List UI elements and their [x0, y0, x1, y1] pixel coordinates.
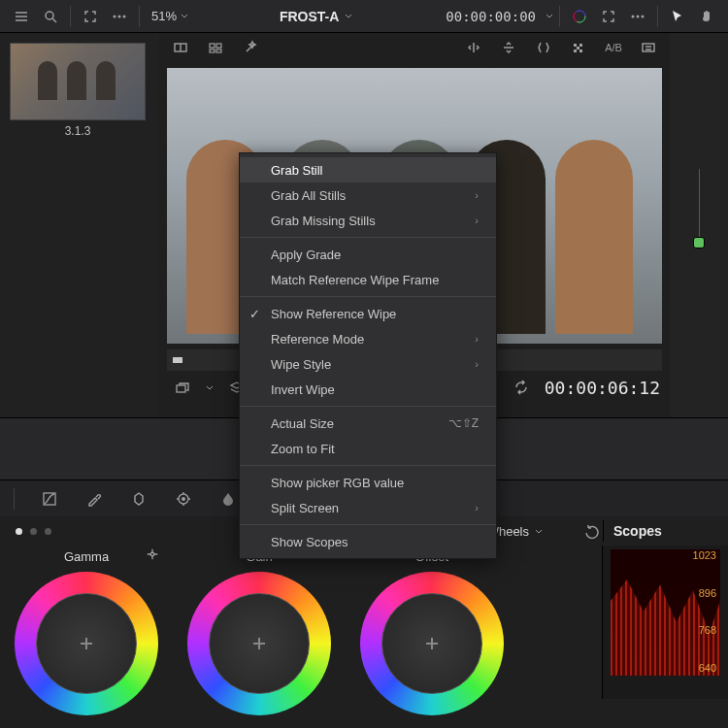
menu-item[interactable]: Wipe Style›	[240, 351, 496, 377]
thumb-label: 3.1.3	[10, 124, 146, 138]
scope-scale: 1023 896 768 640	[693, 549, 716, 674]
top-toolbar: 51% FROST-A 00:00:00:00	[0, 0, 728, 33]
wipe-diagonal-icon[interactable]	[530, 34, 557, 61]
svg-rect-17	[577, 47, 579, 50]
tracker-icon[interactable]	[170, 485, 197, 513]
scopes-title: Scopes	[604, 523, 728, 539]
color-wheel-offset[interactable]	[360, 572, 504, 715]
svg-rect-19	[579, 50, 582, 52]
wipe-horizontal-icon[interactable]	[460, 34, 487, 61]
node-graph-strip[interactable]	[670, 33, 728, 417]
timecode-display[interactable]: 00:00:00:00	[438, 9, 544, 24]
menu-item[interactable]: Grab All Stills›	[240, 182, 496, 208]
svg-point-24	[182, 497, 185, 500]
node-indicator[interactable]	[693, 237, 705, 248]
menu-item[interactable]: Invert Wipe	[240, 377, 496, 402]
wheel-offset: Offset	[346, 546, 518, 699]
menu-item[interactable]: Zoom to Fit	[240, 436, 496, 461]
palette-page-dots[interactable]	[0, 528, 67, 535]
menu-item[interactable]: Reference Mode›	[240, 326, 496, 351]
chevron-down-icon[interactable]	[546, 14, 553, 18]
menu-item[interactable]: Match Reference Wipe Frame	[240, 267, 496, 292]
zoom-dropdown[interactable]: 51%	[146, 9, 194, 23]
svg-rect-12	[216, 44, 221, 48]
color-wheel-gamma[interactable]	[15, 572, 158, 715]
color-wheel-icon[interactable]	[566, 3, 593, 30]
wipe-vertical-icon[interactable]	[495, 34, 522, 61]
scopes-panel: 1023 896 768 640	[602, 546, 728, 699]
shape-icon[interactable]	[125, 485, 152, 513]
color-wheel-gain[interactable]	[187, 572, 331, 715]
image-wipe-icon[interactable]	[167, 34, 194, 61]
transport-timecode[interactable]: 00:00:06:12	[545, 378, 660, 398]
svg-rect-21	[177, 385, 185, 392]
menu-item[interactable]: Show picker RGB value	[240, 470, 496, 495]
reset-icon[interactable]	[581, 517, 603, 545]
menu-item[interactable]: Grab Still	[240, 157, 496, 182]
wheel-gamma: Gamma	[0, 546, 173, 699]
svg-point-30	[150, 552, 154, 556]
scope-waveform[interactable]: 1023 896 768 640	[611, 549, 720, 676]
svg-rect-18	[574, 50, 577, 52]
thumb-image[interactable]	[10, 43, 146, 120]
expand2-icon[interactable]	[595, 3, 622, 30]
checker-icon[interactable]	[565, 34, 592, 61]
svg-rect-20	[643, 44, 654, 51]
menu-item[interactable]: Show Scopes	[240, 529, 496, 554]
split-view-icon[interactable]	[202, 34, 229, 61]
svg-point-3	[123, 15, 126, 17]
svg-point-0	[46, 12, 53, 19]
list-icon[interactable]	[635, 34, 662, 61]
chevron-down-icon[interactable]	[206, 385, 214, 390]
more-dots-2-icon[interactable]	[624, 3, 651, 30]
more-dots-icon[interactable]	[106, 3, 133, 30]
menu-item[interactable]: ✓Show Reference Wipe	[240, 301, 496, 326]
ab-compare-button[interactable]: A/B	[600, 34, 627, 61]
viewer-context-menu: Grab StillGrab All Stills›Grab Missing S…	[239, 152, 497, 559]
menu-item[interactable]: Split Screen›	[240, 495, 496, 520]
svg-rect-15	[574, 44, 577, 47]
expand-icon[interactable]	[77, 3, 104, 30]
menu-item[interactable]: Actual Size⌥⇧Z	[240, 411, 496, 436]
gallery-panel: 3.1.3	[0, 33, 159, 417]
picker-icon[interactable]	[146, 547, 159, 564]
wheels-row: Gamma Gain Offset 1023 896 768 640	[0, 546, 728, 699]
clip-name-dropdown[interactable]: FROST-A	[196, 9, 436, 24]
magic-icon[interactable]	[237, 34, 264, 61]
svg-point-9	[642, 15, 645, 17]
curves-icon[interactable]	[36, 485, 63, 513]
menu-item[interactable]: Grab Missing Stills›	[240, 208, 496, 233]
svg-rect-14	[216, 50, 221, 52]
svg-point-8	[637, 15, 640, 17]
stills-tray-icon[interactable]	[169, 374, 196, 401]
svg-rect-11	[210, 44, 215, 48]
svg-point-7	[632, 15, 635, 17]
search-icon[interactable]	[37, 3, 64, 30]
svg-rect-16	[579, 44, 582, 47]
loop-icon[interactable]	[508, 374, 535, 401]
viewer-toolbar: A/B	[159, 33, 670, 62]
wheel-gain: Gain	[173, 546, 346, 699]
svg-point-1	[114, 15, 116, 17]
pointer-icon[interactable]	[664, 3, 691, 30]
blur-icon[interactable]	[215, 485, 242, 513]
menu-item[interactable]: Apply Grade	[240, 242, 496, 267]
hand-icon[interactable]	[693, 3, 720, 30]
eyedropper-icon[interactable]	[81, 485, 108, 513]
list-view-icon[interactable]	[8, 3, 35, 30]
svg-point-2	[118, 15, 121, 17]
gallery-thumb[interactable]: 3.1.3	[10, 43, 146, 138]
svg-rect-13	[210, 50, 215, 52]
